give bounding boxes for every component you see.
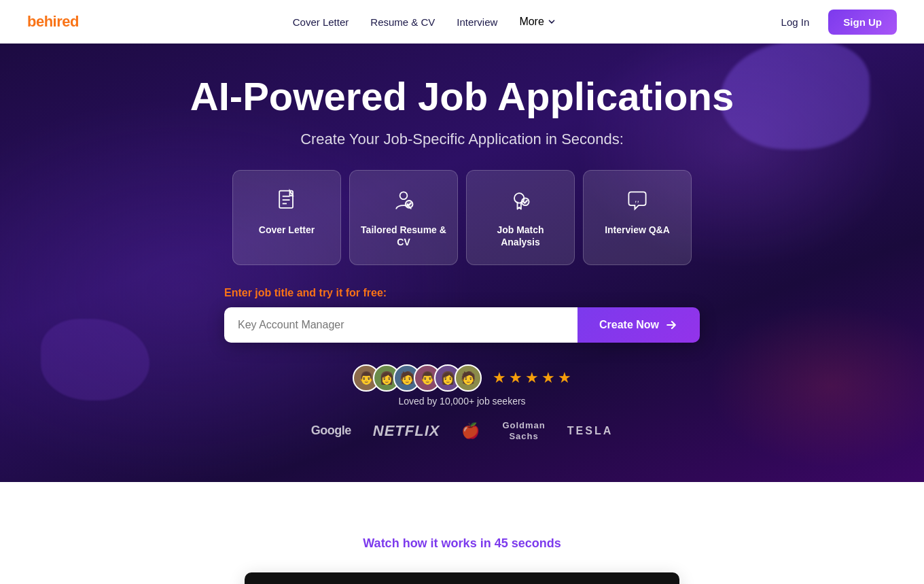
tesla-logo: TESLA [567,425,613,437]
signup-button[interactable]: Sign Up [828,10,897,35]
video-player[interactable]: behired Introduction to Behired - How to… [245,572,679,584]
feature-card-interview-qa[interactable]: ,, Interview Q&A [583,170,692,265]
input-label-suffix: : [383,287,387,298]
chevron-down-icon [547,17,556,27]
document-icon [273,187,300,214]
job-title-input[interactable] [224,307,578,343]
logo[interactable]: behired [27,13,79,31]
create-btn-label: Create Now [599,319,659,331]
apple-logo: 🍎 [461,422,480,440]
nav-links: Cover Letter Resume & CV Interview More [293,16,556,28]
job-input-wrapper: Create Now [224,307,700,343]
watch-link[interactable]: Watch how it works in 45 seconds [363,536,561,551]
svg-point-4 [400,192,408,199]
hero-section: AI-Powered Job Applications Create Your … [0,0,924,482]
star-3: ★ [525,369,539,387]
netflix-logo: NETFLIX [373,422,440,440]
star-2: ★ [509,369,522,387]
feature-label-job-match: Job Match Analysis [478,224,563,248]
avatar-6: 🧑 [455,364,482,392]
star-5: ★ [558,369,571,387]
company-logos: Google NETFLIX 🍎 GoldmanSachs TESLA [311,420,613,441]
hero-title: AI-Powered Job Applications [190,75,734,118]
feature-label-cover-letter: Cover Letter [259,224,315,236]
arrow-right-icon [664,318,678,332]
resume-icon [390,187,417,214]
nav-actions: Log In Sign Up [770,10,897,35]
avatar-row: 👨 👩 🧑 👨 👩 🧑 [353,364,482,392]
goldman-logo: GoldmanSachs [502,420,545,441]
match-icon [507,187,534,214]
star-4: ★ [541,369,555,387]
nav-link-interview[interactable]: Interview [457,16,497,28]
login-button[interactable]: Log In [770,11,821,33]
svg-text:,,: ,, [635,194,640,204]
feature-label-interview-qa: Interview Q&A [605,224,670,236]
social-proof-text: Loved by 10,000+ job seekers [398,396,525,407]
feature-card-job-match[interactable]: Job Match Analysis [466,170,575,265]
feature-cards: Cover Letter Tailored Resume & CV [232,170,692,265]
chat-icon: ,, [624,187,651,214]
input-label-prefix: Enter job title and [224,287,319,298]
navbar: behired Cover Letter Resume & CV Intervi… [0,0,924,44]
feature-card-tailored-resume[interactable]: Tailored Resume & CV [349,170,458,265]
star-1: ★ [493,369,506,387]
create-now-button[interactable]: Create Now [578,307,700,343]
feature-label-resume: Tailored Resume & CV [361,224,446,248]
nav-link-cover-letter[interactable]: Cover Letter [293,16,349,28]
job-input-label: Enter job title and try it for free: [224,287,700,299]
nav-link-more[interactable]: More [519,16,556,28]
hero-blob-decoration [720,41,870,150]
hero-subtitle: Create Your Job-Specific Application in … [300,131,624,148]
job-input-section: Enter job title and try it for free: Cre… [224,287,700,343]
logo-text: behired [27,13,79,30]
nav-link-resume[interactable]: Resume & CV [370,16,435,28]
hero-blob2-decoration [41,319,149,400]
stars-row: ★ ★ ★ ★ ★ [493,369,571,387]
input-label-link: try it for free [319,287,383,298]
below-fold-section: Watch how it works in 45 seconds behired… [0,482,924,584]
social-proof: 👨 👩 🧑 👨 👩 🧑 ★ ★ [353,364,571,407]
google-logo: Google [311,424,351,438]
feature-card-cover-letter[interactable]: Cover Letter [232,170,341,265]
nav-more-label: More [519,16,544,28]
